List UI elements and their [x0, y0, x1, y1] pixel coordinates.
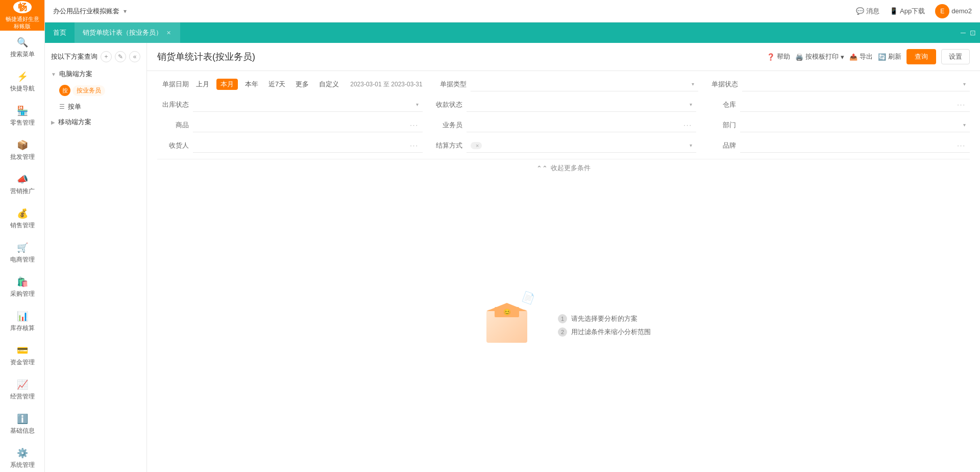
add-scheme-btn[interactable]: +: [101, 51, 112, 62]
type-dropdown-icon: ▾: [692, 81, 694, 87]
edit-scheme-btn[interactable]: ✎: [115, 51, 126, 62]
sidebar-item-basic[interactable]: ℹ️ 基础信息: [0, 407, 44, 441]
page-header: 销货单统计表(按业务员) ❓ 帮助 🖨️ 按模板打印 ▾ 📤: [147, 43, 980, 71]
product-label: 商品: [157, 121, 193, 130]
tab-home[interactable]: 首页: [45, 22, 75, 43]
content-area: 按以下方案查询 + ✎ « ▼ 电脑端方案 按 按业务员 ☰ 按单: [45, 43, 980, 472]
collect-field[interactable]: ▾: [467, 98, 696, 112]
tree-item-by-salesman[interactable]: 按 按业务员: [45, 82, 146, 99]
status-field[interactable]: ▾: [742, 77, 970, 91]
main-body: 😊 📄 1 请先选择要分析的方案: [147, 183, 980, 472]
download-icon: 📱: [890, 7, 898, 15]
sidebar-item-sales[interactable]: 💰 销售管理: [0, 202, 44, 236]
date-tab-thismonth[interactable]: 本月: [216, 79, 238, 90]
brand-dots-icon: ···: [957, 141, 966, 149]
sidebar-item-marketing[interactable]: 📣 营销推广: [0, 168, 44, 202]
page-title: 销货单统计表(按业务员): [157, 51, 255, 63]
tab-close-icon[interactable]: ✕: [165, 29, 172, 37]
date-tab-7days[interactable]: 近7天: [265, 79, 288, 90]
brand-field[interactable]: ···: [740, 138, 970, 153]
download-btn[interactable]: 📱 App下载: [890, 7, 925, 16]
quicknav-icon: ⚡: [17, 71, 28, 82]
date-tabs: 上月 本月 本年 近7天 更多 自定义 2023-03-01 至 2023-03…: [193, 79, 423, 90]
active-item-icon: 按: [59, 85, 70, 96]
warehouse-dots-icon: ···: [957, 101, 966, 108]
tree-mobile-section: ▶ 移动端方案: [45, 114, 146, 130]
arrow-right-icon: ▶: [51, 120, 55, 125]
filter-row-2: 出库状态 ▾ 收款状态 ▾ 仓库 ···: [157, 98, 970, 112]
settlement-field[interactable]: × ▾: [467, 138, 696, 153]
salesman-dots-icon: ···: [683, 121, 692, 129]
collapse-btn[interactable]: ⌃⌃ 收起更多条件: [157, 159, 970, 177]
product-field[interactable]: ···: [193, 118, 423, 132]
logo-icon: 畅: [13, 1, 32, 13]
topbar-left: 办公用品行业模拟账套 ▾: [53, 7, 127, 16]
type-cell: 单据类型 ▾: [435, 77, 698, 91]
query-button[interactable]: 查询: [906, 49, 936, 64]
sidebar-item-ecommerce[interactable]: 🛒 电商管理: [0, 236, 44, 270]
tabbar: 首页 销货单统计表（按业务员） ✕ ─ ⊡: [45, 22, 980, 43]
collapse-panel-btn[interactable]: «: [129, 51, 140, 62]
date-tab-more[interactable]: 更多: [292, 79, 312, 90]
date-tab-lastmonth[interactable]: 上月: [193, 79, 212, 90]
top-dropdown[interactable]: ▾: [124, 8, 127, 15]
collect-dropdown-icon: ▾: [690, 102, 692, 107]
print-btn[interactable]: 🖨️ 按模板打印 ▾: [795, 52, 844, 61]
sidebar-item-purchase[interactable]: 🛍️ 采购管理: [0, 270, 44, 304]
sidebar-item-finance[interactable]: 💳 资金管理: [0, 339, 44, 373]
tree-item-by-order[interactable]: ☰ 按单: [45, 99, 146, 114]
user-btn[interactable]: E demo2: [935, 4, 972, 18]
date-tab-thisyear[interactable]: 本年: [242, 79, 261, 90]
help-icon: ❓: [767, 53, 775, 61]
brand-label: 品牌: [704, 141, 740, 150]
type-field[interactable]: ▾: [471, 77, 698, 91]
dept-label: 部门: [704, 121, 740, 130]
export-icon: 📤: [849, 53, 857, 61]
warehouse-field[interactable]: ···: [740, 98, 970, 112]
topbar: 办公用品行业模拟账套 ▾ 💬 消息 📱 App下载 E demo2: [45, 0, 980, 22]
tip-num-1: 1: [558, 314, 567, 323]
status-cell: 单据状态 ▾: [706, 77, 970, 91]
operations-icon: 📈: [17, 379, 28, 390]
sidebar-item-inventory[interactable]: 📊 库存核算: [0, 304, 44, 339]
refresh-btn[interactable]: 🔄 刷新: [878, 52, 901, 61]
salesman-label: 业务员: [431, 121, 467, 130]
inventory-icon: 📊: [17, 311, 28, 322]
help-btn[interactable]: ❓ 帮助: [767, 52, 790, 61]
export-btn[interactable]: 📤 导出: [849, 52, 873, 61]
receiver-label: 收货人: [157, 141, 193, 150]
sidebar-item-operations[interactable]: 📈 经营管理: [0, 373, 44, 407]
salesman-field[interactable]: ···: [467, 118, 696, 132]
sidebar-item-search[interactable]: 🔍 搜索菜单: [0, 31, 44, 65]
filter-section: 单据日期 上月 本月 本年 近7天 更多 自定义 2023-03-01 至 20…: [147, 71, 980, 183]
tab-report[interactable]: 销货单统计表（按业务员） ✕: [75, 22, 180, 43]
out-field[interactable]: ▾: [193, 98, 423, 112]
dept-field[interactable]: ▾: [740, 118, 970, 132]
type-status-row: 单据类型 ▾ 单据状态 ▾: [435, 77, 970, 91]
sidebar-item-retail[interactable]: 🏪 零售管理: [0, 99, 44, 133]
tab-minimize-icon[interactable]: ─: [961, 29, 966, 37]
sidebar: 畅 畅捷通好生意 标账版 🔍 搜索菜单 ⚡ 快捷导航 🏪 零售管理 📦 批发管理…: [0, 0, 45, 472]
settings-button[interactable]: 设置: [941, 49, 970, 64]
basic-icon: ℹ️: [17, 413, 28, 424]
settlement-clear-icon[interactable]: ×: [476, 143, 479, 149]
system-icon: ⚙️: [17, 447, 28, 459]
sidebar-item-system[interactable]: ⚙️ 系统管理: [0, 441, 44, 472]
sidebar-item-quicknav[interactable]: ⚡ 快捷导航: [0, 65, 44, 99]
filter-row-4: 收货人 ··· 结算方式 × ▾ 品牌: [157, 138, 970, 153]
order-icon: ☰: [59, 103, 65, 110]
message-btn[interactable]: 💬 消息: [856, 7, 879, 16]
retail-icon: 🏪: [17, 105, 28, 116]
tab-expand-icon[interactable]: ⊡: [970, 29, 976, 37]
tip-num-2: 2: [558, 327, 567, 337]
receiver-dots-icon: ···: [410, 141, 419, 149]
date-label: 单据日期: [157, 80, 193, 89]
empty-tips: 1 请先选择要分析的方案 2 用过滤条件来缩小分析范围: [558, 314, 651, 341]
sidebar-item-wholesale[interactable]: 📦 批发管理: [0, 133, 44, 168]
date-range-text: 2023-03-01 至 2023-03-31: [350, 80, 422, 89]
date-tab-custom[interactable]: 自定义: [316, 79, 342, 90]
receiver-field[interactable]: ···: [193, 138, 423, 153]
sales-icon: 💰: [17, 208, 28, 219]
tree-pc-section: ▼ 电脑端方案: [45, 66, 146, 82]
avatar: E: [935, 4, 949, 18]
